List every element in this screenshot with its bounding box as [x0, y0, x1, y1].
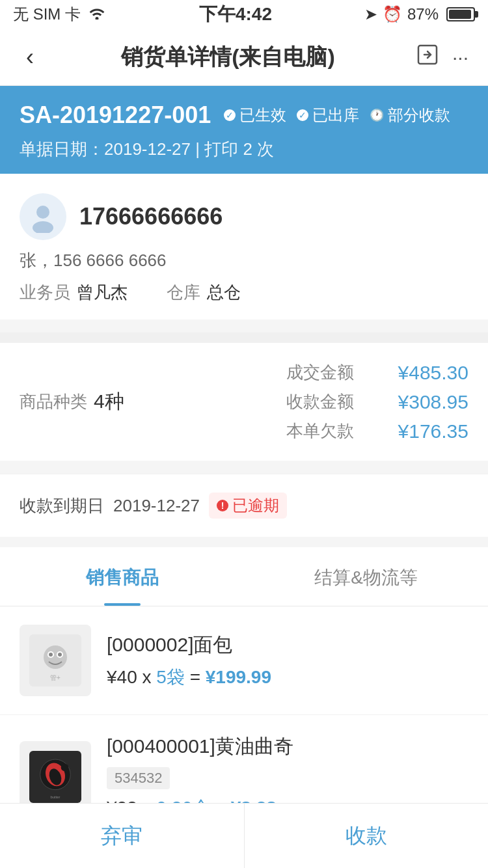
share-button[interactable]: [416, 43, 439, 71]
deal-amount-value: ¥485.30: [398, 362, 468, 384]
received-amount-row: 收款金额 ¥308.95: [286, 390, 468, 413]
order-header: SA-20191227-001 ✓ 已生效 ✓ 已出库 🕐 部分收款 单据日期：…: [0, 86, 488, 174]
svg-point-7: [49, 653, 53, 657]
summary-left: 商品种类 4种: [20, 388, 124, 415]
product-image-2: butter: [20, 741, 91, 813]
summary-right: 成交金额 ¥485.30 收款金额 ¥308.95 本单欠款 ¥176.35: [286, 361, 468, 442]
product-name-1: [0000002]面包: [107, 632, 468, 658]
check-dot-2: ✓: [297, 109, 308, 121]
overdue-icon: !: [217, 500, 228, 511]
sales-person-value: 曾凡杰: [77, 281, 128, 304]
svg-text:butter: butter: [51, 795, 61, 799]
sales-person-label: 业务员: [20, 281, 70, 304]
overdue-badge: ! 已逾期: [209, 493, 287, 519]
battery-icon: [446, 7, 475, 21]
svg-point-14: [61, 764, 69, 772]
tab-settlement[interactable]: 结算&物流等: [244, 547, 488, 606]
warehouse-item: 仓库 总仓: [167, 281, 241, 304]
customer-avatar: [20, 193, 66, 240]
status-partial: 🕐 部分收款: [370, 105, 450, 126]
deal-amount-row: 成交金额 ¥485.30: [286, 361, 468, 384]
product-price-1: ¥40 x 5袋 = ¥199.99: [107, 665, 468, 690]
deal-amount-label: 成交金额: [286, 361, 354, 384]
warehouse-label: 仓库: [167, 281, 200, 304]
owed-value: ¥176.35: [398, 420, 468, 442]
svg-point-1: [36, 206, 49, 219]
product-info-1: [0000002]面包 ¥40 x 5袋 = ¥199.99: [107, 632, 468, 690]
product-item: 管+ [0000002]面包 ¥40 x 5袋 = ¥199.99: [0, 606, 488, 715]
product-sku-2: 534532: [107, 767, 170, 789]
back-button[interactable]: ‹: [20, 37, 40, 77]
order-id: SA-20191227-001: [20, 102, 211, 129]
customer-section: 17666666666 张，156 6666 6666 业务员 曾凡杰 仓库 总…: [0, 174, 488, 319]
received-value: ¥308.95: [398, 391, 468, 413]
status-tags: ✓ 已生效 ✓ 已出库 🕐 部分收款: [224, 105, 450, 126]
product-image-1: 管+: [20, 625, 91, 696]
nav-actions: ···: [416, 43, 468, 71]
due-section: 收款到期日 2019-12-27 ! 已逾期: [0, 474, 488, 537]
alarm-icon: ⏰: [383, 5, 402, 23]
owl-icon: 管+: [29, 634, 81, 686]
status-shipped: ✓ 已出库: [297, 105, 359, 126]
summary-row: 商品种类 4种 成交金额 ¥485.30 收款金额 ¥308.95 本单欠款 ¥…: [20, 361, 468, 442]
customer-top: 17666666666: [20, 193, 468, 240]
customer-id: 17666666666: [79, 203, 223, 230]
location-icon: ➤: [364, 5, 377, 23]
customer-details: 业务员 曾凡杰 仓库 总仓: [20, 281, 468, 304]
status-left: 无 SIM 卡: [13, 4, 107, 25]
bottom-bar: 弃审 收款: [0, 803, 488, 868]
status-right: ➤ ⏰ 87%: [364, 5, 475, 23]
battery-label: 87%: [407, 5, 439, 23]
svg-text:管+: 管+: [50, 674, 61, 681]
product-name-2: [000400001]黄油曲奇: [107, 733, 468, 760]
summary-section: 商品种类 4种 成交金额 ¥485.30 收款金额 ¥308.95 本单欠款 ¥…: [0, 343, 488, 461]
product-types-value: 4种: [94, 388, 124, 415]
tabs-section: 销售商品 结算&物流等: [0, 547, 488, 606]
time-label: 下午4:42: [199, 2, 272, 27]
check-dot-1: ✓: [224, 109, 236, 121]
svg-point-2: [33, 221, 53, 233]
collect-payment-button[interactable]: 收款: [245, 804, 489, 868]
divider-1: [0, 332, 488, 343]
received-label: 收款金额: [286, 390, 354, 413]
due-date-label: 收款到期日: [20, 495, 104, 517]
sales-person-item: 业务员 曾凡杰: [20, 281, 128, 304]
status-effective: ✓ 已生效: [224, 105, 286, 126]
nav-bar: ‹ 销货单详情(来自电脑) ···: [0, 29, 488, 86]
owed-label: 本单欠款: [286, 420, 354, 442]
svg-point-4: [44, 645, 67, 669]
carrier-label: 无 SIM 卡: [13, 4, 81, 25]
more-button[interactable]: ···: [452, 46, 468, 68]
clock-icon: 🕐: [370, 108, 384, 122]
cancel-review-button[interactable]: 弃审: [0, 804, 245, 868]
owed-amount-row: 本单欠款 ¥176.35: [286, 420, 468, 442]
order-header-top: SA-20191227-001 ✓ 已生效 ✓ 已出库 🕐 部分收款: [20, 102, 468, 129]
svg-point-8: [58, 653, 62, 657]
page-title: 销货单详情(来自电脑): [121, 42, 335, 72]
order-meta: 单据日期：2019-12-27 | 打印 2 次: [20, 138, 468, 161]
customer-sub-info: 张，156 6666 6666: [20, 249, 468, 272]
overdue-text: 已逾期: [232, 495, 279, 516]
status-bar: 无 SIM 卡 下午4:42 ➤ ⏰ 87%: [0, 0, 488, 29]
product-types-label: 商品种类: [20, 390, 87, 413]
due-date-value: 2019-12-27: [113, 496, 200, 516]
wifi-icon: [87, 5, 107, 23]
warehouse-value: 总仓: [207, 281, 241, 304]
user-avatar-icon: [27, 200, 59, 233]
cookie-product-icon: butter: [29, 751, 81, 803]
tab-sales-products[interactable]: 销售商品: [0, 547, 244, 606]
